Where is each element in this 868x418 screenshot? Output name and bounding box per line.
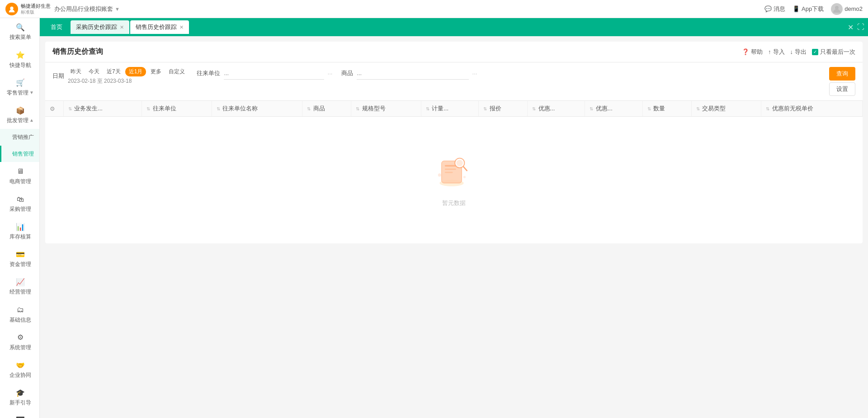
sort-icon: ⇅ <box>356 106 359 111</box>
system-icon: ⚙ <box>3 332 38 342</box>
sidebar-item-inventory[interactable]: 📊 库存核算 <box>0 218 39 245</box>
th-spec[interactable]: ⇅ 规格型号 <box>351 101 421 117</box>
sidebar: 🔍 搜索菜单 ⭐ 快捷导航 🛒 零售管理 ▼ 📦 批发管理 ▲ 营销推广 <box>0 18 40 418</box>
sidebar-item-marketing[interactable]: 营销推广 <box>0 129 39 146</box>
app-download-button[interactable]: 📱 App下载 <box>793 5 824 13</box>
th-trade-type[interactable]: ⇅ 交易类型 <box>691 101 761 117</box>
svg-point-12 <box>463 176 466 178</box>
date-btn-today[interactable]: 今天 <box>86 67 102 76</box>
product-label: 商品 <box>341 69 353 77</box>
page-title: 销售历史价查询 <box>52 47 103 57</box>
sidebar-item-purchase[interactable]: 🛍 采购管理 <box>0 190 39 218</box>
star-icon: ⭐ <box>3 50 38 60</box>
purchase-icon: 🛍 <box>3 195 38 204</box>
sidebar-item-ecommerce[interactable]: 🖥 电商管理 <box>0 162 39 190</box>
date-btn-yesterday[interactable]: 昨天 <box>68 67 84 76</box>
page-content: 销售历史价查询 ❓ 帮助 ↑ 导入 ↓ 导出 ✓ <box>40 36 868 418</box>
sort-icon: ⇅ <box>590 106 593 111</box>
logo-icon <box>5 3 18 15</box>
help-button[interactable]: ❓ 帮助 <box>742 48 763 56</box>
sidebar-item-apps[interactable]: 🔲 应用中心 <box>0 411 39 418</box>
svg-rect-7 <box>445 172 453 173</box>
date-btn-custom[interactable]: 自定义 <box>166 67 188 76</box>
ecommerce-icon: 🖥 <box>3 166 38 176</box>
operation-icon: 📈 <box>3 277 38 287</box>
filter-actions: 查询 设置 <box>829 67 855 96</box>
export-button[interactable]: ↓ 导出 <box>790 48 807 56</box>
sidebar-item-enterprise[interactable]: 🤝 企业协同 <box>0 356 39 384</box>
sidebar-item-basic-info[interactable]: 🗂 基础信息 <box>0 300 39 328</box>
sidebar-item-quicknav[interactable]: ⭐ 快捷导航 <box>0 46 39 73</box>
message-button[interactable]: 💬 消息 <box>764 5 785 13</box>
sidebar-item-retail[interactable]: 🛒 零售管理 ▼ <box>0 73 39 101</box>
settings-button[interactable]: 设置 <box>829 82 855 96</box>
tab-sales[interactable]: 销售历史价跟踪 ✕ <box>130 20 189 34</box>
tab-close-sales[interactable]: ✕ <box>179 24 184 30</box>
tab-close-purchase[interactable]: ✕ <box>120 24 124 30</box>
th-quantity[interactable]: ⇅ 数量 <box>642 101 691 117</box>
sidebar-item-operation[interactable]: 📈 经营管理 <box>0 273 39 300</box>
product-input[interactable] <box>357 67 468 80</box>
import-button[interactable]: ↑ 导入 <box>768 48 785 56</box>
tab-close-all-button[interactable]: ✕ <box>848 23 854 32</box>
top-bar: 畅捷通好生意 标准版 办公用品行业模拟账套 ▼ 💬 消息 📱 App下载 dem… <box>0 0 868 18</box>
avatar <box>831 3 843 15</box>
data-table: ⚙ ⇅ 业务发生... ⇅ 往来单位 ⇅ <box>45 101 863 117</box>
export-icon: ↓ <box>790 48 793 55</box>
th-pre-discount-price[interactable]: ⇅ 优惠前无税单价 <box>761 101 863 117</box>
sidebar-item-wholesale[interactable]: 📦 批发管理 ▲ <box>0 101 39 129</box>
sort-icon: ⇅ <box>647 106 651 111</box>
th-unit[interactable]: ⇅ 往来单位 <box>142 101 212 117</box>
sidebar-item-guide[interactable]: 🎓 新手引导 <box>0 384 39 411</box>
gear-icon[interactable]: ⚙ <box>50 105 55 112</box>
th-discount1[interactable]: ⇅ 优惠... <box>527 101 585 117</box>
message-icon: 💬 <box>764 5 772 12</box>
product-expand-icon[interactable]: ··· <box>472 70 477 77</box>
th-business-date[interactable]: ⇅ 业务发生... <box>63 101 142 117</box>
user-profile[interactable]: demo2 <box>831 3 863 15</box>
query-button[interactable]: 查询 <box>829 67 855 81</box>
date-options-col: 昨天 今天 近7天 近1月 更多 自定义 2023-02-18 至 2023-0… <box>68 67 188 85</box>
tab-home[interactable]: 首页 <box>43 20 70 34</box>
date-btn-more[interactable]: 更多 <box>148 67 164 76</box>
only-last-checkbox[interactable]: ✓ 只看最后一次 <box>812 48 855 56</box>
sidebar-item-system[interactable]: ⚙ 系统管理 <box>0 328 39 356</box>
tab-purchase[interactable]: 采购历史价跟踪 ✕ <box>71 20 129 34</box>
workspace-selector[interactable]: 办公用品行业模拟账套 ▼ <box>54 5 120 13</box>
search-icon: 🔍 <box>3 23 38 33</box>
sort-icon: ⇅ <box>766 106 769 111</box>
tab-fullscreen-button[interactable]: ⛶ <box>857 23 864 31</box>
empty-text: 暂元数据 <box>442 199 466 207</box>
sort-icon: ⇅ <box>483 106 487 111</box>
filter-row: 日期 昨天 今天 近7天 近1月 更多 自定义 2023-02-18 至 202… <box>52 67 855 96</box>
svg-rect-6 <box>445 169 456 170</box>
th-unit-measure[interactable]: ⇅ 计量... <box>421 101 478 117</box>
tab-bar-actions: ✕ ⛶ <box>848 23 864 32</box>
inventory-icon: 📊 <box>3 222 38 232</box>
date-btn-7days[interactable]: 近7天 <box>104 67 123 76</box>
page-header-actions: ❓ 帮助 ↑ 导入 ↓ 导出 ✓ 只看最后一次 <box>742 48 855 56</box>
date-btn-1month[interactable]: 近1月 <box>125 67 146 76</box>
sort-icon: ⇅ <box>696 106 700 111</box>
unit-input[interactable] <box>224 67 324 80</box>
finance-icon: 💳 <box>3 250 38 260</box>
empty-state: 暂元数据 <box>45 117 863 243</box>
svg-point-9 <box>457 160 463 166</box>
table-container: ⚙ ⇅ 业务发生... ⇅ 往来单位 ⇅ <box>45 101 863 243</box>
date-range-options: 昨天 今天 近7天 近1月 更多 自定义 <box>68 67 188 76</box>
th-unit-name[interactable]: ⇅ 往来单位名称 <box>212 101 302 117</box>
checkbox-checked-icon: ✓ <box>812 49 818 55</box>
basic-info-icon: 🗂 <box>3 305 38 315</box>
unit-expand-icon[interactable]: ··· <box>328 70 333 77</box>
unit-label: 往来单位 <box>197 69 220 77</box>
sidebar-item-search[interactable]: 🔍 搜索菜单 <box>0 18 39 46</box>
sort-icon: ⇅ <box>307 106 311 111</box>
sidebar-item-finance[interactable]: 💳 资金管理 <box>0 245 39 273</box>
sort-icon: ⇅ <box>146 106 150 111</box>
table-header: ⚙ ⇅ 业务发生... ⇅ 往来单位 ⇅ <box>45 101 863 117</box>
sidebar-item-sales[interactable]: 销售管理 <box>0 146 39 162</box>
svg-point-1 <box>835 6 839 10</box>
th-discount2[interactable]: ⇅ 优惠... <box>585 101 642 117</box>
th-product[interactable]: ⇅ 商品 <box>302 101 351 117</box>
th-price[interactable]: ⇅ 报价 <box>478 101 527 117</box>
